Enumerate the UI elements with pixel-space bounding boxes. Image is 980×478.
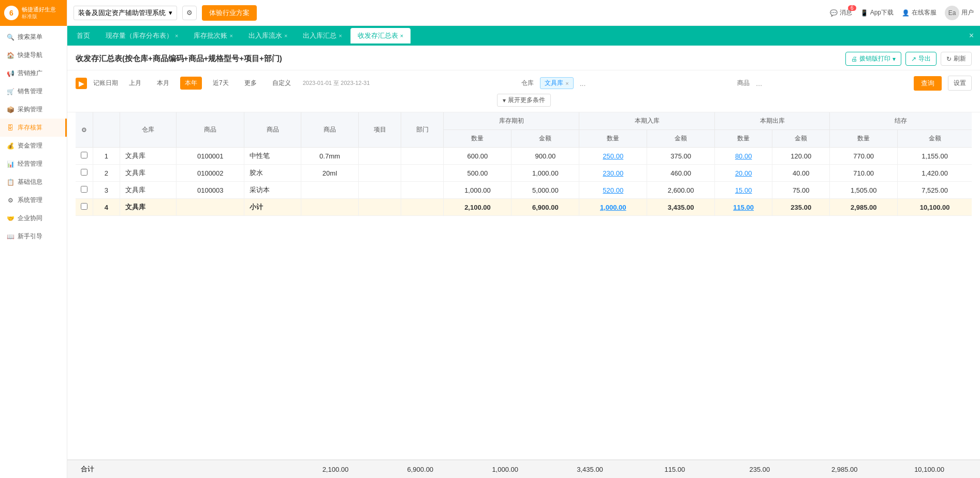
table-container: ⚙ 仓库 商品 商品 商品 项目 部门 库存期初 本期入库 本期出库 结存	[67, 112, 980, 459]
row-opening-amt-3: 6,900.00	[511, 199, 579, 216]
total-opening-qty: 2,100.00	[293, 466, 378, 473]
row-checkbox-2[interactable]	[76, 182, 93, 199]
row-balance-amt-2: 7,525.00	[898, 182, 972, 199]
row-checkbox-3[interactable]	[76, 199, 93, 216]
tab-close-recv-send-summary[interactable]: ×	[400, 33, 403, 39]
row-spec-0: 0.7mm	[301, 148, 358, 165]
date-btn-this-month[interactable]: 本月	[152, 77, 174, 90]
row-dept-1	[401, 165, 444, 182]
row-in-qty-3[interactable]: 1,000.00	[579, 199, 647, 216]
sidebar-item-operation[interactable]: 📊 经营管理	[0, 155, 67, 173]
set-button[interactable]: 设置	[948, 76, 972, 91]
expand-button[interactable]: ▾ 展开更多条件	[497, 94, 551, 107]
row-warehouse-3: 文具库	[120, 199, 177, 216]
col-in-amt: 金额	[647, 130, 715, 148]
warehouse-tag-close[interactable]: ×	[565, 80, 568, 86]
print-dropdown-icon: ▾	[893, 55, 896, 63]
row-name-2: 采访本	[244, 182, 301, 199]
row-opening-qty-0: 600.00	[444, 148, 511, 165]
tab-close-inout-flow[interactable]: ×	[284, 33, 287, 39]
data-table: ⚙ 仓库 商品 商品 商品 项目 部门 库存期初 本期入库 本期出库 结存	[76, 112, 972, 216]
tab-close-batch-ledger[interactable]: ×	[229, 33, 232, 39]
experience-button[interactable]: 体验行业方案	[202, 5, 257, 21]
date-btn-this-year[interactable]: 本年	[180, 77, 202, 90]
col-balance-amt: 金额	[898, 130, 972, 148]
tab-batch-ledger[interactable]: 库存批次账×	[186, 28, 240, 44]
export-button[interactable]: ↗ 导出	[905, 52, 937, 66]
row-checkbox-1[interactable]	[76, 165, 93, 182]
online-service-button[interactable]: 👤 在线客服	[902, 8, 937, 17]
row-out-qty-3[interactable]: 115.00	[715, 199, 772, 216]
enterprise-icon: 🤝	[6, 214, 14, 223]
sidebar-item-sales[interactable]: 🛒 销售管理	[0, 82, 67, 100]
row-checkbox-0[interactable]	[76, 148, 93, 165]
row-in-qty-1[interactable]: 230.00	[579, 165, 647, 182]
filter-arrow-button[interactable]: ▶	[76, 78, 87, 89]
table-row: 3 文具库 0100003 采访本 1,000.00 5,000.00 520.…	[76, 182, 972, 199]
app-download-label: App下载	[870, 8, 894, 17]
sidebar-item-finance[interactable]: 💰 资金管理	[0, 137, 67, 155]
sidebar-item-basic[interactable]: 📋 基础信息	[0, 173, 67, 191]
row-out-qty-1[interactable]: 20.00	[715, 165, 772, 182]
dropdown-arrow-icon: ▾	[169, 9, 172, 17]
warehouse-tag[interactable]: 文具库 ×	[540, 77, 573, 89]
col-out-amt: 金额	[772, 130, 830, 148]
goods-ellipsis[interactable]: ...	[756, 79, 762, 88]
sidebar-item-system[interactable]: ⚙ 系统管理	[0, 191, 67, 209]
date-btn-7days[interactable]: 近7天	[208, 77, 233, 90]
tab-inout-summary[interactable]: 出入库汇总×	[296, 28, 349, 44]
logo-icon: 6	[4, 6, 19, 20]
sidebar-item-label: 基础信息	[18, 178, 42, 186]
filter-row-1: ▶ 记账日期 上月 本月 本年 近7天 更多 自定义 2023-01-01 至 …	[76, 76, 972, 91]
user-menu-button[interactable]: Ea 用户	[945, 6, 974, 20]
tab-home[interactable]: 首页	[69, 28, 97, 44]
print-button[interactable]: 🖨 拨销版打印 ▾	[845, 52, 901, 66]
sidebar-item-label: 系统管理	[18, 196, 42, 205]
query-button[interactable]: 查询	[914, 76, 942, 91]
warehouse-ellipsis[interactable]: ...	[580, 79, 586, 88]
sidebar-item-enterprise[interactable]: 🤝 企业协同	[0, 209, 67, 227]
sidebar-item-quicknav[interactable]: 🏠 快捷导航	[0, 46, 67, 64]
row-warehouse-1: 文具库	[120, 165, 177, 182]
page-title: 收发存汇总表(按仓库+商品编码+商品+规格型号+项目+部门)	[76, 54, 282, 64]
date-btn-more[interactable]: 更多	[240, 77, 261, 90]
row-in-qty-2[interactable]: 520.00	[579, 182, 647, 199]
refresh-icon: ↻	[946, 55, 952, 63]
settings-gear-button[interactable]: ⚙	[182, 6, 197, 20]
row-out-qty-2[interactable]: 15.00	[715, 182, 772, 199]
sidebar-item-inventory[interactable]: 🗄 库存核算	[0, 119, 67, 137]
tab-label: 现存量（库存分布表）	[106, 31, 173, 40]
total-row: 合计 2,100.00 6,900.00 1,000.00 3,435.00 1…	[76, 465, 972, 474]
tab-inout-flow[interactable]: 出入库流水×	[241, 28, 295, 44]
sidebar-item-search[interactable]: 🔍 搜索菜单	[0, 28, 67, 46]
sidebar-item-label: 销售管理	[18, 87, 42, 96]
settings-column-header[interactable]: ⚙	[76, 112, 93, 148]
row-balance-amt-0: 1,155.00	[898, 148, 972, 165]
tab-label: 出入库汇总	[303, 31, 337, 40]
sidebar-item-marketing[interactable]: 📢 营销推广	[0, 64, 67, 82]
header-right: 💬 消息 6 📱 App下载 👤 在线客服 Ea 用户	[830, 6, 974, 20]
column-settings-icon[interactable]: ⚙	[81, 126, 87, 134]
sidebar-item-purchase[interactable]: 📦 采购管理	[0, 100, 67, 119]
tab-inventory-distribution[interactable]: 现存量（库存分布表）×	[98, 28, 185, 44]
messages-button[interactable]: 💬 消息 6	[830, 8, 852, 17]
col-group-opening: 库存期初	[444, 112, 579, 130]
date-btn-custom[interactable]: 自定义	[268, 77, 296, 90]
app-title-dropdown[interactable]: 装备及固定资产辅助管理系统 ▾	[74, 6, 177, 20]
row-balance-qty-1: 710.00	[830, 165, 898, 182]
tab-close-inventory-distribution[interactable]: ×	[175, 33, 178, 39]
tab-recv-send-summary[interactable]: 收发存汇总表×	[350, 28, 411, 44]
quicknav-icon: 🏠	[6, 51, 14, 60]
row-out-qty-0[interactable]: 80.00	[715, 148, 772, 165]
sidebar-item-guide[interactable]: 📖 新手引导	[0, 227, 67, 245]
row-in-amt-1: 460.00	[647, 165, 715, 182]
row-in-qty-0[interactable]: 250.00	[579, 148, 647, 165]
refresh-button[interactable]: ↻ 刷新	[941, 52, 972, 66]
date-btn-last-month[interactable]: 上月	[124, 77, 146, 90]
warehouse-label: 仓库	[521, 79, 534, 88]
tab-close-inout-summary[interactable]: ×	[339, 33, 342, 39]
close-panel-button[interactable]: ×	[965, 31, 978, 40]
row-opening-qty-3: 2,100.00	[444, 199, 511, 216]
app-download-button[interactable]: 📱 App下载	[860, 8, 894, 17]
row-warehouse-2: 文具库	[120, 182, 177, 199]
